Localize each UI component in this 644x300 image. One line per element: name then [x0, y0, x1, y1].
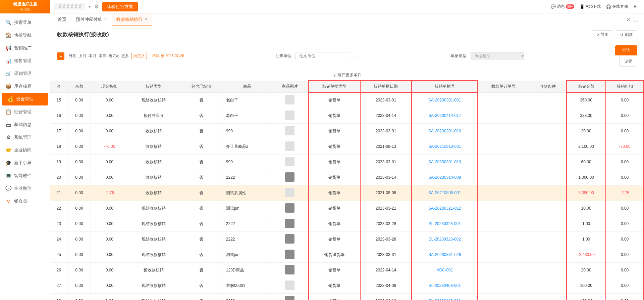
counterparty-label: 往来单位	[275, 53, 291, 59]
query-button[interactable]: 查询	[615, 45, 637, 55]
sidebar-item-search[interactable]: 🔍 搜索菜单	[0, 16, 50, 29]
settings-button[interactable]: 设置	[619, 57, 637, 67]
tab-home[interactable]: 首页	[53, 13, 71, 26]
cell-product-img	[271, 92, 309, 108]
filter-last-month[interactable]: 上月	[78, 53, 87, 59]
col-settings[interactable]: ⚙	[50, 81, 67, 92]
cell-bill-no[interactable]: SA-20230301-010	[412, 123, 478, 139]
filter-this-month[interactable]: 本月	[89, 53, 97, 59]
export-button[interactable]: ↗ 导出	[592, 30, 613, 39]
cell-settled: 否	[179, 216, 223, 231]
cell-bill-no[interactable]: SA-20230301-001	[412, 92, 478, 108]
message-btn[interactable]: 💬 消息 99+	[551, 4, 574, 9]
cell-cash-discount: 0.00	[91, 278, 128, 293]
gear-icon[interactable]: ⚙	[94, 3, 99, 10]
cell-settled: 否	[179, 201, 223, 216]
cell-bill-date: 2021-08-13	[360, 139, 412, 154]
cell-receipt-order	[478, 216, 529, 231]
guide-icon: 🎓	[5, 160, 11, 166]
sidebar-item-enterprise[interactable]: 🤝 企业协同	[0, 144, 50, 157]
sidebar-item-wechat[interactable]: 💬 企业微信	[0, 182, 50, 195]
cell-bill-type: 销货单	[309, 216, 360, 231]
counterparty-input[interactable]	[296, 52, 349, 60]
maximize-window-icon[interactable]: ⛶	[633, 16, 639, 23]
close-window-icon[interactable]: ✕	[626, 16, 631, 23]
cell-type: 现结收款核销	[128, 216, 179, 231]
cell-discount: 0.00	[606, 123, 644, 139]
wechat-icon: 💬	[5, 185, 11, 191]
cell-discount: 0.00	[606, 231, 644, 247]
cell-amount: 1,000.00	[567, 170, 606, 185]
sidebar-item-marketing[interactable]: 📢 营销推广	[0, 42, 50, 54]
cell-bill-no[interactable]: SL-20230408-001	[412, 278, 478, 293]
sidebar-item-operation[interactable]: 📋 经营管理	[0, 105, 50, 118]
cell-product-img	[271, 216, 309, 231]
sidebar-item-system[interactable]: ⚙ 系统管理	[0, 131, 50, 144]
cell-discount: 0.00	[606, 154, 644, 170]
cell-balance: 0.00	[67, 216, 91, 231]
cell-bill-no[interactable]: SA-20230331-026	[412, 247, 478, 262]
filter-dots: ···	[353, 53, 360, 59]
sidebar-item-basic[interactable]: 🗃 基础信息	[0, 118, 50, 131]
cell-balance: 0.00	[67, 231, 91, 247]
chevron-down-icon: ∨	[333, 73, 336, 78]
sidebar-item-finance[interactable]: 💰 资金管理	[2, 93, 48, 105]
sidebar-item-sales[interactable]: 📊 销售管理	[0, 54, 50, 67]
cell-no: 15	[50, 92, 67, 108]
filter-expand-btn[interactable]: »	[57, 52, 64, 60]
tab-receipt[interactable]: 收款核销执行 ✕	[112, 13, 152, 26]
cell-receipt-cond	[529, 293, 567, 300]
cell-discount: 0.00	[606, 92, 644, 108]
refresh-button[interactable]: ↺ 刷新	[616, 30, 637, 39]
cell-bill-no[interactable]: SL-20230418-001	[412, 293, 478, 300]
cell-bill-no[interactable]: SL-20230328-001	[412, 216, 478, 231]
sidebar-item-hardware[interactable]: 💻 智能硬件	[0, 169, 50, 182]
tab-prepay-close[interactable]: ✕	[104, 17, 107, 22]
online-service-btn[interactable]: 🎧 在线客服	[606, 4, 628, 9]
filter-this-year[interactable]: 本年	[99, 53, 107, 59]
data-table: ⚙ 余额 现金折扣 核销类型 包含已结清 商品 商品图片 核销单据类型 核销单据…	[50, 80, 644, 300]
cell-type: 收款核销	[128, 139, 179, 154]
cell-bill-type: 销货单	[309, 262, 360, 278]
sidebar-item-inventory[interactable]: 📦 库存核算	[0, 80, 50, 93]
sidebar-item-purchase[interactable]: 🛒 采购管理	[0, 67, 50, 80]
cell-bill-no[interactable]: SA-20230301-010	[412, 154, 478, 170]
cell-type: 现结收款核销	[128, 201, 179, 216]
expand-more-btn[interactable]: ∨ 展开更多条件	[50, 70, 644, 80]
cell-bill-no[interactable]: SA-20210813-001	[412, 139, 478, 154]
cell-product: 衣服00001	[223, 278, 271, 293]
industry-btn[interactable]: 休验行业方案	[102, 2, 138, 11]
sidebar-item-shortcut[interactable]: 🏠 快捷导航	[0, 29, 50, 42]
cell-receipt-cond	[529, 216, 567, 231]
bill-type-select[interactable]: 单据类型	[471, 52, 524, 60]
cell-settled: 否	[179, 278, 223, 293]
filter-custom[interactable]: 自定义	[131, 53, 147, 59]
sidebar-item-guide[interactable]: 🎓 新手引导	[0, 157, 50, 169]
cell-bill-no[interactable]: SA-20230414-017	[412, 108, 478, 123]
filter-7days[interactable]: 近7天	[109, 53, 119, 59]
app-download-btn[interactable]: 📱 App下载	[580, 4, 601, 9]
tab-prepay[interactable]: 预付冲应付单 ✕	[71, 13, 112, 26]
tab-receipt-close[interactable]: ✕	[145, 17, 148, 22]
table-row: 15 0.00 0.00 现结收款核销 否 老白干 销货单 2023-03-01…	[50, 92, 644, 108]
cell-receipt-cond	[529, 278, 567, 293]
dropdown-icon[interactable]: ▾	[89, 4, 91, 9]
cell-type: 收款核销	[128, 154, 179, 170]
table-row: 26 0.00 0.00 预收款核销 否 123D商品 销货单 2022-04-…	[50, 262, 644, 278]
cell-bill-no[interactable]: SA-20210808-001	[412, 185, 478, 201]
cell-amount: 3,390.00	[567, 185, 606, 201]
cell-receipt-order	[478, 247, 529, 262]
cell-bill-no[interactable]: SA-20230321-012	[412, 201, 478, 216]
export-icon: ↗	[596, 33, 599, 37]
cell-bill-no[interactable]: SL-20230328-002	[412, 231, 478, 247]
cell-product-img	[271, 108, 309, 123]
cell-bill-no[interactable]: SA-20230314-008	[412, 170, 478, 185]
cell-product: 2222	[223, 231, 271, 247]
sidebar-item-member[interactable]: V 畅会员	[0, 195, 50, 208]
cell-settled: 否	[179, 262, 223, 278]
cell-bill-no[interactable]: ABC-001	[412, 262, 478, 278]
cell-product: 测试jun	[223, 201, 271, 216]
filter-more[interactable]: 更多	[121, 53, 129, 59]
cell-bill-date: 2023-03-31	[360, 247, 412, 262]
col-settled: 包含已结清	[179, 81, 223, 92]
